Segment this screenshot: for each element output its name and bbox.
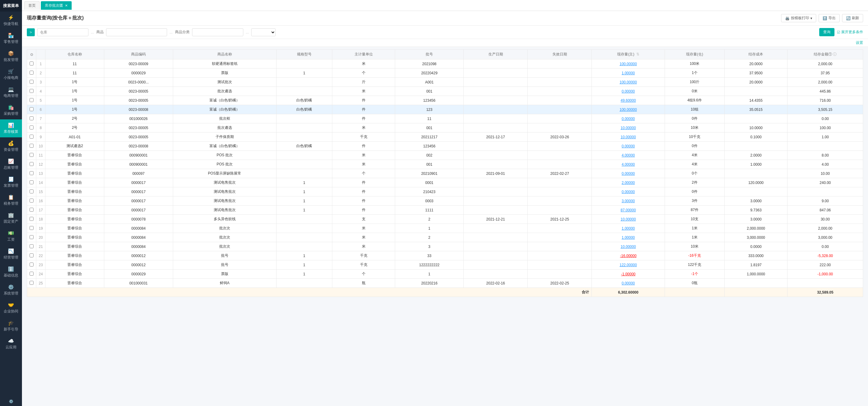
cell-checkbox[interactable] [27, 187, 36, 197]
cell-checkbox[interactable] [27, 215, 36, 224]
cell-qty-main[interactable]: 3.00000 [592, 197, 665, 206]
sort-qty-main-icon[interactable]: ⇅ [636, 52, 639, 56]
row-checkbox[interactable] [30, 171, 34, 175]
search-button[interactable]: 查询 [819, 28, 834, 36]
cell-qty-main[interactable]: 87.00000 [592, 206, 665, 215]
row-checkbox[interactable] [30, 153, 34, 157]
cell-checkbox[interactable] [27, 178, 36, 187]
sidebar-item-quick-nav[interactable]: ⚡ 快捷导航 [0, 11, 22, 30]
cell-qty-main[interactable]: 0.00000 [592, 114, 665, 123]
row-checkbox[interactable] [30, 190, 34, 194]
row-checkbox[interactable] [30, 62, 34, 66]
print-button[interactable]: 🖨️ 按模板打印 ▾ [781, 14, 816, 22]
cell-checkbox[interactable] [27, 59, 36, 69]
row-checkbox[interactable] [30, 116, 34, 120]
sidebar-item-basic[interactable]: ℹ️ 基础信息 [0, 263, 22, 281]
row-checkbox[interactable] [30, 199, 34, 203]
cell-qty-main[interactable]: 10.00000 [592, 215, 665, 224]
th-unit-cost[interactable]: 结存成本 [724, 49, 787, 59]
th-spec[interactable]: 规格型号 [276, 49, 332, 59]
sidebar-item-salary[interactable]: 💵 工资 [0, 227, 22, 245]
th-unit[interactable]: 主计量单位 [332, 49, 395, 59]
filter-nav-btn[interactable]: ＞ [27, 28, 35, 36]
th-total-cost[interactable]: 结存金额① ⓘ [787, 49, 863, 59]
sidebar-item-fixed[interactable]: 🏢 固定资产 [0, 209, 22, 227]
cell-checkbox[interactable] [27, 251, 36, 261]
sidebar-item-assets[interactable]: 💰 资金管理 [0, 137, 22, 155]
cell-qty-main[interactable]: -16.00000 [592, 251, 665, 261]
row-checkbox[interactable] [30, 244, 34, 248]
tab-home[interactable]: 首页 [24, 1, 40, 10]
tab-close-icon[interactable]: ✕ [65, 4, 68, 8]
sidebar-item-ecom[interactable]: 💻 电商管理 [0, 83, 22, 101]
th-exp-date[interactable]: 失效日期 [528, 49, 592, 59]
export-button[interactable]: ⬆️ 导出 [818, 14, 840, 22]
cell-qty-main[interactable]: 100.00000 [592, 59, 665, 69]
settings-link[interactable]: 设置 [856, 40, 863, 45]
th-batch[interactable]: 批号 [395, 49, 464, 59]
sidebar-item-mgmt[interactable]: 📉 经营管理 [0, 245, 22, 263]
cell-checkbox[interactable] [27, 69, 36, 78]
cell-checkbox[interactable] [27, 87, 36, 96]
cell-checkbox[interactable] [27, 78, 36, 87]
cell-qty-main[interactable]: 1.00000 [592, 233, 665, 242]
cell-checkbox[interactable] [27, 123, 36, 133]
row-checkbox[interactable] [30, 135, 34, 139]
cell-checkbox[interactable] [27, 142, 36, 151]
sidebar-search[interactable]: 搜索菜单 [0, 0, 22, 11]
th-qty-store[interactable]: 现存量(仓) [664, 49, 724, 59]
row-checkbox[interactable] [30, 281, 34, 285]
sidebar-item-stats[interactable]: 📈 总账管理 [0, 155, 22, 173]
cell-checkbox[interactable] [27, 261, 36, 270]
product-input[interactable] [106, 28, 167, 36]
cell-checkbox[interactable] [27, 160, 36, 169]
category-input[interactable] [192, 28, 243, 36]
warehouse-input[interactable] [37, 28, 88, 36]
cell-checkbox[interactable] [27, 270, 36, 279]
cell-qty-main[interactable]: 2.00000 [592, 178, 665, 187]
cell-checkbox[interactable] [27, 114, 36, 123]
th-code[interactable]: 商品编码 [104, 49, 173, 59]
th-checkbox[interactable]: ⊙ [27, 49, 36, 59]
sidebar-item-invoice[interactable]: 🧾 发票管理 [0, 173, 22, 191]
row-checkbox[interactable] [30, 263, 34, 267]
th-warehouse[interactable]: 仓库名称 [45, 49, 104, 59]
cell-qty-main[interactable]: 1.00000 [592, 224, 665, 233]
sidebar-item-cloud[interactable]: ☁️ 云应用 [0, 335, 22, 353]
cell-checkbox[interactable] [27, 96, 36, 105]
cell-qty-main[interactable]: -1.00000 [592, 270, 665, 279]
row-checkbox[interactable] [30, 80, 34, 84]
row-checkbox[interactable] [30, 107, 34, 111]
cell-qty-main[interactable]: 10.00000 [592, 242, 665, 251]
cell-checkbox[interactable] [27, 133, 36, 142]
cell-checkbox[interactable] [27, 279, 36, 288]
sidebar-item-inventory[interactable]: 📊 库存核算 [0, 120, 22, 137]
cell-checkbox[interactable] [27, 151, 36, 160]
th-qty-main[interactable]: 现存量(主) ⇅ [592, 49, 665, 59]
row-checkbox[interactable] [30, 217, 34, 221]
cell-qty-main[interactable]: 4.00000 [592, 160, 665, 169]
refresh-button[interactable]: 🔄 刷新 [842, 14, 863, 22]
cell-qty-main[interactable]: 0.00000 [592, 187, 665, 197]
row-checkbox[interactable] [30, 71, 34, 75]
row-checkbox[interactable] [30, 253, 34, 257]
cell-qty-main[interactable]: 0.00000 [592, 142, 665, 151]
sidebar-item-system[interactable]: ⚙️ 系统管理 [0, 281, 22, 299]
sidebar-item-corp[interactable]: 🤝 企业协同 [0, 299, 22, 317]
sidebar-item-newbie[interactable]: 🎓 新手引导 [0, 317, 22, 335]
row-checkbox[interactable] [30, 126, 34, 130]
row-checkbox[interactable] [30, 89, 34, 93]
cell-checkbox[interactable] [27, 233, 36, 242]
row-checkbox[interactable] [30, 162, 34, 166]
cell-checkbox[interactable] [27, 169, 36, 178]
sidebar-item-purchase[interactable]: 🛍️ 采购管理 [0, 101, 22, 120]
cell-qty-main[interactable]: 100.00000 [592, 78, 665, 87]
row-checkbox[interactable] [30, 144, 34, 148]
cell-qty-main[interactable]: 122.00000 [592, 261, 665, 270]
tab-inventory-batch[interactable]: 库存批次匮 ✕ [41, 1, 72, 10]
cell-qty-main[interactable]: 0.00000 [592, 169, 665, 178]
cell-qty-main[interactable]: 10.00000 [592, 133, 665, 142]
cell-qty-main[interactable]: 0.00000 [592, 87, 665, 96]
cell-checkbox[interactable] [27, 242, 36, 251]
cell-qty-main[interactable]: 49.60000 [592, 96, 665, 105]
